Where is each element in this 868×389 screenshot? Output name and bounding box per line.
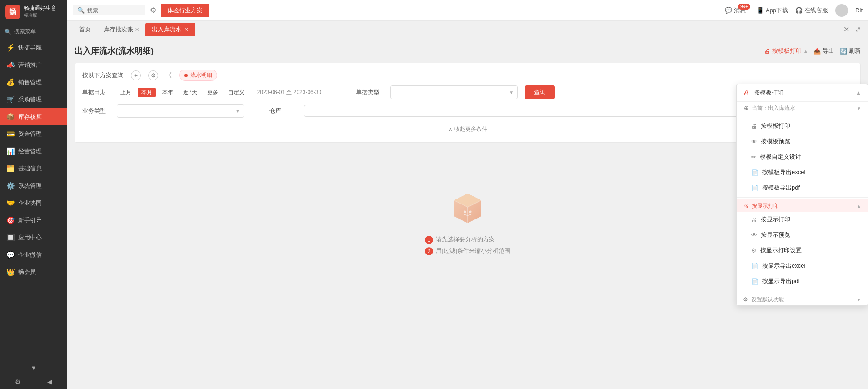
tab-flow[interactable]: 出入库流水✕ (145, 23, 195, 36)
item-label-display-export-excel: 按显示导出excel (762, 262, 805, 270)
filter-active-tag[interactable]: 流水明细 (179, 70, 217, 81)
export-btn-label: 导出 (823, 47, 834, 55)
dropdown-item-display-export-excel[interactable]: 📄按显示导出excel (737, 258, 868, 274)
refresh-btn[interactable]: 🔄 刷新 (840, 47, 861, 55)
logo-subtitle: 标准版 (24, 12, 56, 19)
sidebar-icon-purchase: 🛒 (6, 95, 15, 104)
dropdown-current-header: 🖨 当前：出入库流水 ▼ (737, 102, 868, 114)
sidebar-item-marketing[interactable]: 📣营销推广 (0, 56, 67, 74)
sidebar-item-purchase[interactable]: 🛒采购管理 (0, 91, 67, 108)
dropdown-item-template-preview[interactable]: 👁按模板预览 (737, 134, 868, 149)
sidebar-item-appstore[interactable]: 🔲应用中心 (0, 229, 67, 246)
filter-add-btn[interactable]: + (131, 70, 141, 80)
dropdown-chevron-up-icon[interactable]: ▲ (856, 90, 861, 96)
print-btn-label: 按模板打印 (772, 47, 802, 55)
dropdown-item-template-custom[interactable]: ✏模板自定义设计 (737, 149, 868, 165)
dropdown-item-display-export-pdf[interactable]: 📄按显示导出pdf (737, 274, 868, 289)
sidebar-item-basic[interactable]: 🗂️基础信息 (0, 160, 67, 177)
sidebar-item-wechat[interactable]: 💬企业微信 (0, 246, 67, 264)
date-opt-近7天[interactable]: 近7天 (180, 88, 201, 97)
topbar: 🔍 ⚙ 体验行业方案 💬 消息 99+ 📱 App下载 🎧 在线客服 Rit (67, 0, 868, 21)
dropdown-item-display-print-settings[interactable]: ⚙按显示打印设置 (737, 243, 868, 258)
content-area: 出入库流水(流水明细) 🖨 按模板打印 ▲ 📤 导出 🔄 刷新 (67, 38, 868, 389)
dropdown-item-template-export-pdf[interactable]: 📄按模板导出pdf (737, 180, 868, 195)
tab-close-flow[interactable]: ✕ (184, 26, 189, 33)
trial-btn[interactable]: 体验行业方案 (161, 4, 209, 17)
business-type-dropdown[interactable]: ▼ (117, 104, 244, 118)
tab-batch[interactable]: 库存批次账✕ (97, 23, 145, 36)
sidebar-item-operation[interactable]: 📊经营管理 (0, 143, 67, 160)
app-download-btn[interactable]: 📱 App下载 (757, 6, 788, 15)
filter-collapse-btn[interactable]: 《 (165, 71, 172, 80)
sidebar-item-system[interactable]: ⚙️系统管理 (0, 177, 67, 194)
export-btn[interactable]: 📤 导出 (813, 47, 834, 55)
filter-settings-btn[interactable]: ⚙ (148, 70, 158, 80)
item-icon-template-preview: 👁 (751, 138, 757, 145)
sidebar-item-member[interactable]: 👑畅会员 (0, 264, 67, 281)
tab-close-batch[interactable]: ✕ (135, 27, 139, 32)
collapse-sidebar-icon[interactable]: ◀ (47, 378, 52, 385)
dropdown-item-template-print-item[interactable]: 🖨按模板打印 (737, 118, 868, 134)
date-opt-本月[interactable]: 本月 (138, 88, 156, 97)
sidebar-scroll-down[interactable]: ▼ (0, 362, 67, 374)
item-icon-display-preview: 👁 (751, 232, 757, 239)
settings-icon[interactable]: ⚙ (15, 378, 21, 385)
business-type-select: ▼ (117, 104, 244, 118)
page-title: 出入库流水(流水明细) (75, 45, 154, 56)
sidebar-icon-enterprise: 🤝 (6, 199, 15, 207)
sidebar: 畅 畅捷通好生意 标准版 🔍 搜索菜单 ⚡快捷导航📣营销推广💰销售管理🛒采购管理… (0, 0, 67, 389)
query-btn[interactable]: 查询 (525, 85, 555, 99)
sidebar-label-guide: 新手引导 (18, 216, 42, 224)
sidebar-label-appstore: 应用中心 (18, 234, 42, 242)
sidebar-label-member: 畅会员 (18, 268, 36, 276)
empty-tip-2: 2 用[过滤]条件来缩小分析范围 (425, 247, 510, 255)
dropdown-default-settings-header[interactable]: ⚙ 设置默认功能 ▼ (737, 293, 868, 305)
sidebar-label-enterprise: 企业协同 (18, 199, 42, 207)
voucher-type-dropdown[interactable]: ▼ (390, 85, 518, 99)
sidebar-item-sales[interactable]: 💰销售管理 (0, 74, 67, 91)
sidebar-label-system: 系统管理 (18, 182, 42, 190)
logo-title: 畅捷通好生意 (24, 5, 56, 12)
avatar[interactable] (835, 4, 848, 17)
date-opt-上月[interactable]: 上月 (117, 88, 135, 97)
sidebar-item-quick-nav[interactable]: ⚡快捷导航 (0, 39, 67, 56)
close-window-btn[interactable]: ✕ (842, 24, 851, 35)
date-opt-本年[interactable]: 本年 (159, 88, 177, 97)
sidebar-icon-member: 👑 (6, 268, 15, 276)
collapse-icon: ∧ (449, 126, 453, 133)
refresh-icon: 🔄 (840, 48, 847, 55)
sidebar-item-finance[interactable]: 💳资金管理 (0, 125, 67, 143)
page-header: 出入库流水(流水明细) 🖨 按模板打印 ▲ 📤 导出 🔄 刷新 (75, 45, 861, 56)
sidebar-item-inventory[interactable]: 📦库存核算 (0, 108, 67, 125)
date-opt-自定义[interactable]: 自定义 (224, 88, 248, 97)
item-label-display-print-settings: 按显示打印设置 (760, 246, 802, 254)
item-icon-display-print-item: 🖨 (751, 216, 757, 223)
topbar-gear-icon[interactable]: ⚙ (150, 6, 156, 15)
sidebar-label-sales: 销售管理 (18, 78, 42, 86)
print-btn[interactable]: 🖨 按模板打印 ▲ (764, 47, 808, 55)
dropdown-item-display-print-item[interactable]: 🖨按显示打印 (737, 212, 868, 227)
default-settings-icon: ⚙ (743, 296, 748, 303)
dropdown-item-template-export-excel[interactable]: 📄按模板导出excel (737, 165, 868, 180)
tab-home[interactable]: 首页 (73, 23, 97, 36)
sidebar-icon-finance: 💳 (6, 130, 15, 138)
filter-row-top: 按以下方案查询 + ⚙ 《 流水明细 (82, 70, 853, 81)
dropdown-display-print-header[interactable]: 🖨 按显示打印 ▲ (737, 199, 868, 212)
sidebar-item-enterprise[interactable]: 🤝企业协同 (0, 194, 67, 212)
sidebar-search-btn[interactable]: 🔍 搜索菜单 (0, 24, 67, 39)
search-input[interactable] (87, 7, 141, 14)
online-service-btn[interactable]: 🎧 在线客服 (795, 6, 828, 15)
sidebar-item-guide[interactable]: 🎯新手引导 (0, 212, 67, 229)
sidebar-label-purchase: 采购管理 (18, 95, 42, 104)
current-label-text: 当前：出入库流水 (752, 105, 795, 111)
business-type-arrow: ▼ (235, 109, 240, 114)
sidebar-label-inventory: 库存核算 (18, 113, 42, 121)
default-settings-arrow: ▼ (857, 297, 861, 302)
date-opt-更多[interactable]: 更多 (204, 88, 222, 97)
item-icon-template-print-item: 🖨 (751, 123, 757, 130)
item-label-template-export-excel: 按模板导出excel (762, 168, 805, 176)
expand-window-btn[interactable]: ⤢ (853, 24, 863, 35)
topbar-search-box[interactable]: 🔍 (73, 5, 145, 15)
dropdown-item-display-preview[interactable]: 👁按显示预览 (737, 227, 868, 243)
message-btn[interactable]: 💬 消息 99+ (725, 6, 746, 15)
